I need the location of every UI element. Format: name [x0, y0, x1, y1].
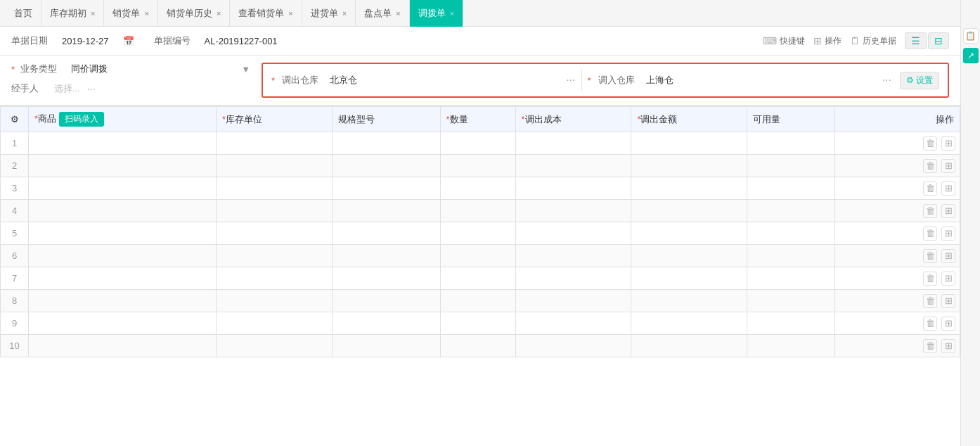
person-more-icon[interactable]: ···	[87, 83, 96, 94]
cell-spec[interactable]	[332, 132, 440, 155]
cell-unit[interactable]	[217, 312, 333, 335]
tab-home[interactable]: 首页	[6, 0, 41, 27]
person-input[interactable]: 选择...	[54, 82, 80, 95]
cell-unit[interactable]	[217, 132, 333, 155]
cell-unit[interactable]	[217, 222, 333, 245]
cell-unit[interactable]	[217, 245, 333, 267]
cell-spec[interactable]	[332, 335, 440, 357]
out-warehouse-more-icon[interactable]: ···	[566, 74, 575, 87]
delete-row-button[interactable]: 🗑	[923, 181, 937, 196]
delete-row-button[interactable]: 🗑	[923, 294, 937, 308]
copy-row-button[interactable]: ⊞	[941, 294, 955, 308]
copy-row-button[interactable]: ⊞	[941, 181, 955, 196]
cell-amount[interactable]	[631, 245, 747, 267]
tab-close-sales-history[interactable]: ×	[217, 9, 221, 18]
dropdown-arrow-icon[interactable]: ▼	[241, 64, 250, 75]
copy-row-button[interactable]: ⊞	[941, 317, 955, 331]
cell-product[interactable]	[29, 177, 217, 200]
cell-qty[interactable]	[440, 335, 515, 357]
cell-unit[interactable]	[217, 177, 333, 200]
cell-cost[interactable]	[515, 177, 631, 200]
cell-unit[interactable]	[217, 200, 333, 222]
cell-amount[interactable]	[631, 177, 747, 200]
cell-spec[interactable]	[332, 177, 440, 200]
delete-row-button[interactable]: 🗑	[923, 227, 937, 241]
cell-available[interactable]	[747, 267, 835, 290]
cell-qty[interactable]	[440, 267, 515, 290]
cell-cost[interactable]	[515, 335, 631, 357]
cell-qty[interactable]	[440, 200, 515, 222]
cell-cost[interactable]	[515, 222, 631, 245]
operations-button[interactable]: ⊞ 操作	[813, 35, 842, 47]
cell-product[interactable]	[29, 290, 217, 312]
cell-product[interactable]	[29, 267, 217, 290]
cell-available[interactable]	[747, 132, 835, 155]
tab-inventory-count[interactable]: 盘点单 ×	[356, 0, 409, 27]
cell-amount[interactable]	[631, 267, 747, 290]
cell-available[interactable]	[747, 200, 835, 222]
tab-transfer[interactable]: 调拨单 ×	[410, 0, 463, 27]
delete-row-button[interactable]: 🗑	[923, 136, 937, 151]
cell-qty[interactable]	[440, 245, 515, 267]
tab-purchase[interactable]: 进货单 ×	[302, 0, 356, 27]
copy-row-button[interactable]: ⊞	[941, 272, 955, 286]
tab-close-transfer[interactable]: ×	[450, 9, 454, 18]
cell-cost[interactable]	[515, 132, 631, 155]
cell-qty[interactable]	[440, 155, 515, 177]
cell-amount[interactable]	[631, 290, 747, 312]
in-warehouse-more-icon[interactable]: ···	[882, 74, 891, 87]
cell-spec[interactable]	[332, 267, 440, 290]
cell-available[interactable]	[747, 177, 835, 200]
cell-cost[interactable]	[515, 267, 631, 290]
cell-available[interactable]	[747, 290, 835, 312]
cell-available[interactable]	[747, 245, 835, 267]
tab-sales-history[interactable]: 销货单历史 ×	[158, 0, 230, 27]
delete-row-button[interactable]: 🗑	[923, 204, 937, 218]
cell-spec[interactable]	[332, 222, 440, 245]
cell-unit[interactable]	[217, 267, 333, 290]
cell-spec[interactable]	[332, 245, 440, 267]
cell-amount[interactable]	[631, 200, 747, 222]
delete-row-button[interactable]: 🗑	[923, 339, 937, 353]
delete-row-button[interactable]: 🗑	[923, 317, 937, 331]
cell-qty[interactable]	[440, 222, 515, 245]
cell-spec[interactable]	[332, 290, 440, 312]
cell-spec[interactable]	[332, 200, 440, 222]
cell-cost[interactable]	[515, 200, 631, 222]
tab-sales-order[interactable]: 销货单 ×	[104, 0, 157, 27]
layout-btn-2[interactable]: ⊟	[928, 32, 949, 49]
cell-available[interactable]	[747, 222, 835, 245]
cell-spec[interactable]	[332, 155, 440, 177]
copy-row-button[interactable]: ⊞	[941, 136, 955, 151]
cell-qty[interactable]	[440, 290, 515, 312]
cell-product[interactable]	[29, 200, 217, 222]
cell-available[interactable]	[747, 155, 835, 177]
cell-unit[interactable]	[217, 290, 333, 312]
cell-amount[interactable]	[631, 222, 747, 245]
cell-product[interactable]	[29, 335, 217, 357]
cell-product[interactable]	[29, 132, 217, 155]
copy-row-button[interactable]: ⊞	[941, 159, 955, 173]
cell-cost[interactable]	[515, 245, 631, 267]
layout-btn-1[interactable]: ☰	[905, 32, 927, 49]
sidebar-export-icon[interactable]: ↗	[963, 48, 979, 63]
history-button[interactable]: 🗒 历史单据	[850, 35, 896, 47]
calendar-icon[interactable]: 📅	[123, 36, 134, 46]
cell-unit[interactable]	[217, 335, 333, 357]
cell-amount[interactable]	[631, 132, 747, 155]
delete-row-button[interactable]: 🗑	[923, 272, 937, 286]
copy-row-button[interactable]: ⊞	[941, 339, 955, 353]
copy-row-button[interactable]: ⊞	[941, 249, 955, 263]
cell-amount[interactable]	[631, 155, 747, 177]
shortcut-button[interactable]: ⌨ 快捷键	[763, 35, 805, 47]
tab-close-inventory-count[interactable]: ×	[396, 9, 400, 18]
cell-available[interactable]	[747, 312, 835, 335]
cell-amount[interactable]	[631, 335, 747, 357]
tab-view-sales[interactable]: 查看销货单 ×	[230, 0, 302, 27]
cell-qty[interactable]	[440, 132, 515, 155]
business-type-input[interactable]	[71, 64, 234, 75]
cell-product[interactable]	[29, 222, 217, 245]
tab-inventory-init[interactable]: 库存期初 ×	[41, 0, 104, 27]
cell-cost[interactable]	[515, 290, 631, 312]
tab-close-view-sales[interactable]: ×	[288, 9, 292, 18]
